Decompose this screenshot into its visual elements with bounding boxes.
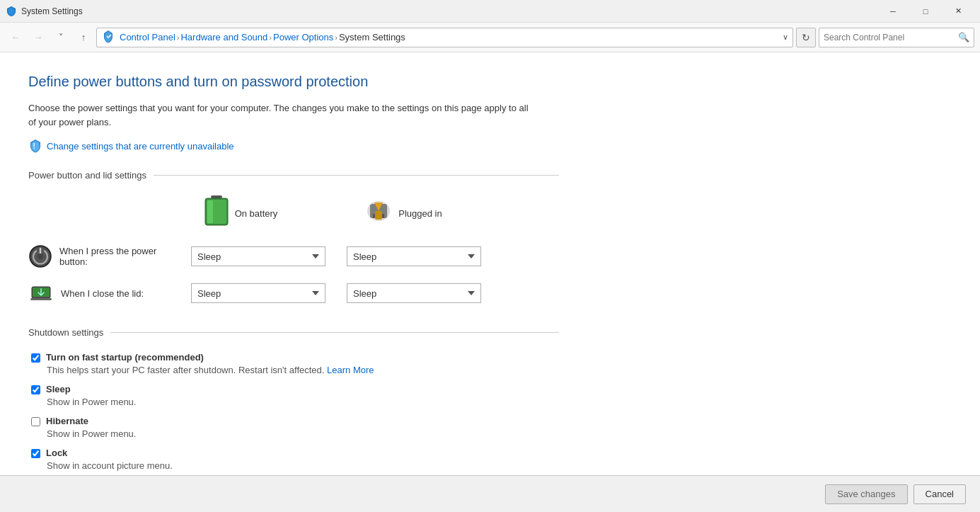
fast-startup-label: Turn on fast startup (recommended): [31, 352, 559, 363]
up-button[interactable]: ↑: [74, 28, 93, 47]
fast-startup-learn-more[interactable]: Learn More: [327, 365, 374, 375]
lid-label: When I close the lid:: [61, 288, 144, 299]
search-bar: 🔍: [819, 28, 974, 47]
svg-point-13: [38, 254, 43, 259]
hibernate-checkbox[interactable]: [31, 417, 40, 426]
pluggedin-column-label: Plugged in: [398, 208, 442, 219]
sleep-text: Sleep: [46, 384, 71, 394]
back-button[interactable]: ←: [6, 28, 25, 47]
search-icon: 🔍: [958, 32, 969, 42]
lid-battery-select[interactable]: Sleep Do nothing Hibernate Shut down Tur…: [191, 283, 325, 303]
power-button-row: When I press the power button: Sleep Do …: [28, 244, 559, 269]
battery-column-header: On battery: [170, 195, 311, 232]
breadcrumb-item-power: Power Options: [273, 32, 333, 42]
lid-row: When I close the lid: Sleep Do nothing H…: [28, 280, 559, 306]
maximize-button[interactable]: □: [909, 0, 942, 23]
breadcrumb-item-hardware: Hardware and Sound: [180, 32, 267, 42]
search-input[interactable]: [824, 33, 955, 42]
hibernate-row: Hibernate Show in Power menu.: [28, 416, 559, 439]
titlebar-left: System Settings: [6, 6, 83, 17]
svg-text:!: !: [33, 142, 35, 150]
cancel-button[interactable]: Cancel: [913, 484, 966, 504]
breadcrumb-folder-icon: [101, 29, 115, 45]
main-content: Define power buttons and turn on passwor…: [0, 52, 980, 475]
svg-rect-8: [375, 211, 382, 220]
breadcrumb-link-control-panel[interactable]: Control Panel: [120, 32, 175, 42]
footer: Save changes Cancel: [0, 475, 980, 512]
shield-uac-icon: !: [28, 139, 42, 153]
battery-column-label: On battery: [235, 208, 278, 219]
fast-startup-text: Turn on fast startup (recommended): [46, 352, 204, 363]
page-title: Define power buttons and turn on passwor…: [28, 74, 952, 90]
power-button-label-group: When I press the power button:: [28, 244, 170, 269]
forward-button[interactable]: →: [28, 28, 48, 47]
breadcrumb-sep-2: ›: [269, 33, 272, 42]
hibernate-label: Hibernate: [31, 416, 559, 426]
fast-startup-row: Turn on fast startup (recommended) This …: [28, 352, 559, 375]
power-button-section-title: Power button and lid settings: [28, 170, 146, 181]
power-button-section: Power button and lid settings On battery: [28, 170, 559, 306]
breadcrumb-link-power[interactable]: Power Options: [273, 32, 333, 42]
power-button-icon: [28, 244, 52, 269]
pluggedin-column-header: Plugged in: [333, 198, 474, 229]
sleep-desc: Show in Power menu.: [31, 397, 559, 407]
lock-checkbox[interactable]: [31, 449, 40, 458]
lock-text: Lock: [46, 448, 67, 458]
breadcrumb-expand-icon[interactable]: ∨: [783, 33, 788, 42]
lock-row: Lock Show in account picture menu.: [28, 448, 559, 471]
close-button[interactable]: ✕: [942, 0, 974, 23]
change-settings-link[interactable]: Change settings that are currently unava…: [47, 141, 234, 152]
fast-startup-desc: This helps start your PC faster after sh…: [31, 365, 559, 375]
shutdown-section-title: Shutdown settings: [28, 327, 103, 338]
titlebar-app-icon: [6, 6, 17, 17]
sleep-checkbox[interactable]: [31, 385, 40, 394]
svg-rect-9: [373, 214, 375, 218]
breadcrumb-sep-3: ›: [335, 33, 338, 42]
hibernate-desc: Show in Power menu.: [31, 428, 559, 439]
breadcrumb-item-control-panel: Control Panel: [120, 32, 175, 42]
svg-rect-1: [211, 195, 222, 198]
titlebar: System Settings ─ □ ✕: [0, 0, 980, 23]
power-button-section-header: Power button and lid settings: [28, 170, 559, 181]
page-description: Choose the power settings that you want …: [28, 101, 538, 129]
minimize-button[interactable]: ─: [877, 0, 909, 23]
svg-rect-16: [30, 298, 52, 300]
breadcrumb-sep-1: ›: [177, 33, 180, 42]
lid-icon: [28, 280, 54, 306]
addressbar: ← → ˅ ↑ Control Panel › Hardware and Sou…: [0, 23, 980, 52]
refresh-button[interactable]: ↻: [796, 28, 816, 47]
fast-startup-checkbox[interactable]: [31, 353, 40, 363]
save-changes-button[interactable]: Save changes: [825, 484, 907, 504]
dropdown-button[interactable]: ˅: [51, 28, 71, 47]
pluggedin-icon: [364, 198, 393, 229]
sleep-row: Sleep Show in Power menu.: [28, 384, 559, 407]
sleep-label: Sleep: [31, 384, 559, 394]
lock-label: Lock: [31, 448, 559, 458]
lid-label-group: When I close the lid:: [28, 280, 170, 306]
svg-rect-10: [382, 214, 384, 218]
power-button-label: When I press the power button:: [59, 246, 170, 267]
lid-pluggedin-select[interactable]: Sleep Do nothing Hibernate Shut down Tur…: [347, 283, 481, 303]
shutdown-section: Shutdown settings Turn on fast startup (…: [28, 327, 559, 471]
breadcrumb-item-system-settings: System Settings: [339, 32, 405, 42]
power-button-pluggedin-select[interactable]: Sleep Do nothing Hibernate Shut down Tur…: [347, 246, 481, 266]
lock-desc: Show in account picture menu.: [31, 460, 559, 471]
breadcrumb-link-hardware[interactable]: Hardware and Sound: [180, 32, 267, 42]
battery-icon: [204, 195, 229, 232]
breadcrumb-current: System Settings: [339, 32, 405, 42]
change-settings-row: ! Change settings that are currently una…: [28, 139, 952, 153]
shutdown-section-header: Shutdown settings: [28, 327, 559, 338]
svg-rect-4: [207, 200, 213, 223]
hibernate-text: Hibernate: [46, 416, 88, 426]
window-title: System Settings: [21, 6, 83, 16]
power-button-battery-select[interactable]: Sleep Do nothing Hibernate Shut down Tur…: [191, 246, 325, 266]
settings-header-row: On battery Plugged in: [28, 195, 559, 232]
breadcrumb-bar: Control Panel › Hardware and Sound › Pow…: [96, 28, 793, 47]
titlebar-controls: ─ □ ✕: [877, 0, 974, 23]
